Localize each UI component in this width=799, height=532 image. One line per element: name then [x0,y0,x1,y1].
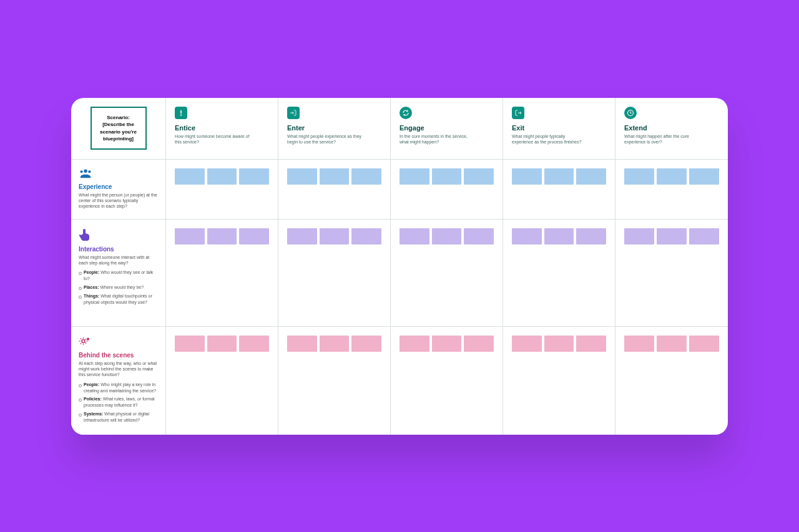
stage-engage: Engage In the core moments in the servic… [391,98,503,160]
card[interactable] [175,228,205,244]
cards-behind-exit[interactable] [503,327,615,435]
scenario-box[interactable]: Scenario: [Describe the scenario you're … [91,107,147,150]
card[interactable] [400,228,429,244]
cards-interactions-extend[interactable] [615,220,728,327]
stage-title: Engage [400,124,494,132]
card[interactable] [239,168,269,185]
card[interactable] [689,168,719,185]
card[interactable] [512,168,542,185]
bullet: People: Who would they see or talk to? [79,269,158,282]
card[interactable] [320,168,350,185]
cards-interactions-entice[interactable] [166,220,278,327]
scenario-label: Scenario: [97,114,140,121]
svg-point-3 [84,169,87,173]
cards-interactions-exit[interactable] [503,220,615,327]
cards-behind-extend[interactable] [615,327,728,435]
stage-title: Entice [175,124,269,132]
card[interactable] [624,228,654,244]
clock-icon [624,107,637,119]
card[interactable] [576,228,606,244]
card[interactable] [576,168,606,185]
row-bullets: People: Who would they see or talk to? P… [79,269,158,305]
card[interactable] [657,336,687,352]
card[interactable] [175,168,205,185]
card[interactable] [432,228,462,244]
blueprint-canvas[interactable]: Scenario: [Describe the scenario you're … [71,98,728,435]
card[interactable] [432,336,462,352]
stage-entice: Entice How might someone become aware of… [166,98,278,160]
cards-interactions-enter[interactable] [278,220,391,327]
cards-experience-exit[interactable] [503,160,615,220]
card[interactable] [287,168,317,185]
card[interactable] [689,228,719,244]
svg-point-6 [82,339,85,342]
cards-behind-engage[interactable] [391,327,503,435]
stage-desc: How might someone become aware of this s… [175,133,250,145]
row-desc: What might someone interact with at each… [79,254,158,266]
cards-experience-extend[interactable] [615,160,728,220]
stage-desc: In the core moments in the service, what… [400,133,474,145]
card[interactable] [287,228,317,244]
card[interactable] [432,168,462,185]
bullet: Systems: What physical or digital infras… [79,411,158,423]
card[interactable] [320,336,350,352]
card[interactable] [175,336,205,352]
card[interactable] [464,228,494,244]
svg-rect-0 [180,110,182,114]
card[interactable] [239,228,269,244]
cards-behind-enter[interactable] [278,327,391,435]
row-label-behind: Behind the scenes At each step along the… [71,327,166,435]
card[interactable] [207,168,237,185]
stage-desc: What might people experience as they beg… [287,133,362,145]
card[interactable] [576,336,606,352]
exclamation-icon [175,107,187,119]
bullet: People: Who might play a key role in cre… [79,382,158,394]
stage-extend: Extend What might happen after the core … [615,98,728,160]
card[interactable] [351,228,381,244]
svg-point-1 [180,114,182,115]
cards-interactions-engage[interactable] [391,220,503,327]
cards-experience-enter[interactable] [278,160,391,220]
row-label-experience: Experience What might the person (or peo… [71,160,166,220]
card[interactable] [351,336,381,352]
card[interactable] [351,168,381,185]
card[interactable] [287,336,317,352]
cards-experience-entice[interactable] [166,160,278,220]
card[interactable] [512,336,542,352]
bullet: Things: What digital touchpoints or phys… [79,293,158,306]
cards-experience-engage[interactable] [391,160,503,220]
card[interactable] [320,228,350,244]
card[interactable] [624,168,654,185]
people-icon [79,168,158,181]
card[interactable] [512,228,542,244]
card[interactable] [544,228,574,244]
card[interactable] [657,228,687,244]
card[interactable] [464,168,494,185]
card[interactable] [657,168,687,185]
row-label-interactions: Interactions What might someone interact… [71,220,166,327]
card[interactable] [400,168,429,185]
card[interactable] [207,228,237,244]
card[interactable] [400,336,429,352]
card[interactable] [207,336,237,352]
gear-icon [79,336,158,349]
card[interactable] [624,336,654,352]
stage-title: Exit [512,124,606,132]
card[interactable] [544,168,574,185]
card[interactable] [239,336,269,352]
row-title: Behind the scenes [79,352,158,359]
row-desc: What might the person (or people) at the… [79,192,158,210]
refresh-icon [400,107,412,119]
bullet: Policies: What rules, laws, or formal pr… [79,396,158,409]
card[interactable] [689,336,719,352]
enter-icon [287,107,300,119]
touch-icon [79,228,158,243]
scenario-placeholder: [Describe the scenario you're blueprinti… [97,121,140,142]
card[interactable] [464,336,494,352]
svg-point-4 [80,170,82,173]
card[interactable] [544,336,574,352]
row-bullets: People: Who might play a key role in cre… [79,382,158,423]
svg-point-7 [87,337,89,340]
svg-point-5 [88,170,91,173]
cards-behind-entice[interactable] [166,327,278,435]
